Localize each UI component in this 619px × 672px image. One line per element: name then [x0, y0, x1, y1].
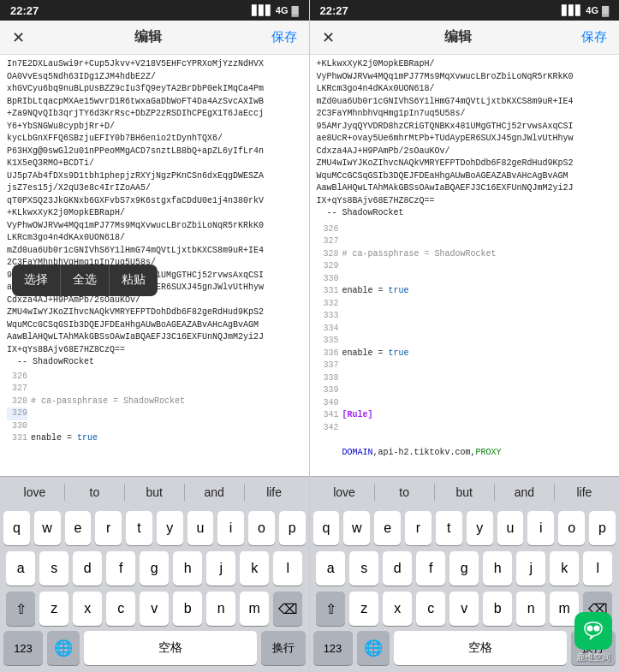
key-h[interactable]: h	[173, 551, 202, 586]
r-key-numbers[interactable]: 123	[313, 631, 353, 665]
key-enter[interactable]: 换行	[261, 631, 306, 665]
context-menu-select[interactable]: 选择	[12, 265, 61, 296]
context-menu-select-all[interactable]: 全选	[61, 265, 110, 296]
right-editor-area[interactable]: +KLkwxXyK2j0MopkEBRapH/ VyPhwOWJRVw4MQq1…	[310, 55, 620, 476]
left-editor-area[interactable]: In7E2DXLauSwi9r+Cup5Jkvv+V218V5EHFcYPRXo…	[0, 55, 309, 476]
left-predictive-bar: love to but and life	[0, 476, 309, 507]
r-key-e[interactable]: e	[374, 511, 401, 545]
r-key-k[interactable]: k	[550, 551, 579, 586]
right-numbered-section: 326 327 328 329 330 331 332 333 334 335 …	[317, 223, 613, 477]
key-g[interactable]: g	[140, 551, 169, 586]
r-key-s[interactable]: s	[349, 551, 378, 586]
left-kb-bottom: 123 🌐 空格 换行	[0, 627, 309, 672]
right-line-numbers: 326 327 328 329 330 331 332 333 334 335 …	[317, 223, 342, 477]
right-close-button[interactable]: ✕	[322, 28, 335, 47]
right-save-button[interactable]: 保存	[581, 29, 607, 45]
r-key-j[interactable]: j	[516, 551, 545, 586]
r-key-i[interactable]: i	[527, 511, 554, 545]
right-pred-life[interactable]: life	[555, 485, 614, 499]
key-numbers[interactable]: 123	[3, 631, 43, 665]
key-n[interactable]: n	[206, 592, 235, 626]
r-key-b[interactable]: b	[483, 592, 512, 626]
key-e[interactable]: e	[65, 511, 92, 545]
r-key-a[interactable]: a	[316, 551, 345, 586]
left-time: 22:27	[10, 4, 39, 17]
key-a[interactable]: a	[6, 551, 35, 586]
right-top-nav: ✕ 编辑 保存	[310, 21, 620, 55]
left-status-bar: 22:27 ▋▋▋ 4G ▓	[0, 0, 309, 21]
key-k[interactable]: k	[240, 551, 269, 586]
key-r[interactable]: r	[95, 511, 122, 545]
r-key-l[interactable]: l	[583, 551, 612, 586]
watermark-logo	[574, 612, 612, 650]
right-pred-love[interactable]: love	[315, 485, 374, 499]
key-i[interactable]: i	[217, 511, 244, 545]
svg-point-0	[587, 626, 593, 632]
key-t[interactable]: t	[126, 511, 152, 545]
key-space[interactable]: 空格	[84, 631, 257, 665]
right-phone-panel: 22:27 ▋▋▋ 4G ▓ ✕ 编辑 保存 +KLkwxXyK2j0MopkE…	[310, 0, 620, 672]
key-d[interactable]: d	[73, 551, 102, 586]
r-key-space[interactable]: 空格	[394, 631, 568, 665]
left-line-numbers: 326 327 328 329 330 331	[7, 371, 31, 477]
left-keyboard: q w e r t y u i o p a s d f g h j k l ⇧ …	[0, 507, 309, 672]
key-c[interactable]: c	[106, 592, 135, 626]
right-nav-title: 编辑	[444, 28, 472, 46]
left-context-menu[interactable]: 选择 全选 粘贴	[12, 265, 158, 296]
key-q[interactable]: q	[3, 511, 30, 545]
key-j[interactable]: j	[206, 551, 235, 586]
svg-point-1	[594, 626, 600, 632]
key-p[interactable]: p	[279, 511, 306, 545]
r-key-p[interactable]: p	[589, 511, 616, 545]
r-key-q[interactable]: q	[313, 511, 340, 545]
key-globe[interactable]: 🌐	[47, 631, 80, 665]
key-o[interactable]: o	[248, 511, 275, 545]
key-shift[interactable]: ⇧	[6, 592, 35, 626]
pred-and[interactable]: and	[185, 485, 244, 499]
pred-to[interactable]: to	[65, 485, 124, 499]
left-status-icons: ▋▋▋ 4G ▓	[252, 5, 299, 16]
pred-love[interactable]: love	[5, 485, 64, 499]
r-key-globe[interactable]: 🌐	[357, 631, 390, 665]
right-status-bar: 22:27 ▋▋▋ 4G ▓	[310, 0, 620, 21]
key-y[interactable]: y	[157, 511, 183, 545]
left-save-button[interactable]: 保存	[271, 29, 297, 45]
r-key-o[interactable]: o	[558, 511, 585, 545]
left-close-button[interactable]: ✕	[12, 28, 25, 47]
key-b[interactable]: b	[173, 592, 202, 626]
key-m[interactable]: m	[240, 592, 269, 626]
r-key-n[interactable]: n	[516, 592, 545, 626]
r-key-w[interactable]: w	[343, 511, 370, 545]
right-predictive-bar: love to but and life	[310, 476, 620, 507]
r-key-shift[interactable]: ⇧	[316, 592, 345, 626]
right-pred-but[interactable]: but	[435, 485, 494, 499]
key-backspace[interactable]: ⌫	[273, 592, 302, 626]
r-key-c[interactable]: c	[416, 592, 445, 626]
key-l[interactable]: l	[273, 551, 302, 586]
key-v[interactable]: v	[140, 592, 169, 626]
r-key-u[interactable]: u	[497, 511, 524, 545]
r-key-h[interactable]: h	[483, 551, 512, 586]
right-pred-and[interactable]: and	[495, 485, 554, 499]
key-x[interactable]: x	[73, 592, 102, 626]
key-w[interactable]: w	[34, 511, 61, 545]
r-key-y[interactable]: y	[467, 511, 493, 545]
r-key-g[interactable]: g	[449, 551, 479, 586]
pred-but[interactable]: but	[125, 485, 184, 499]
key-u[interactable]: u	[187, 511, 214, 545]
r-key-d[interactable]: d	[383, 551, 412, 586]
key-s[interactable]: s	[39, 551, 68, 586]
r-key-z[interactable]: z	[349, 592, 378, 626]
left-kb-row2: a s d f g h j k l	[0, 547, 309, 587]
right-pred-to[interactable]: to	[375, 485, 434, 499]
right-kb-bottom: 123 🌐 空格 换行	[310, 627, 620, 672]
key-f[interactable]: f	[106, 551, 135, 586]
key-z[interactable]: z	[39, 592, 68, 626]
r-key-f[interactable]: f	[416, 551, 445, 586]
r-key-t[interactable]: t	[436, 511, 462, 545]
r-key-v[interactable]: v	[449, 592, 479, 626]
pred-life[interactable]: life	[245, 485, 304, 499]
context-menu-paste[interactable]: 粘贴	[110, 265, 158, 296]
r-key-r[interactable]: r	[405, 511, 432, 545]
r-key-x[interactable]: x	[383, 592, 412, 626]
